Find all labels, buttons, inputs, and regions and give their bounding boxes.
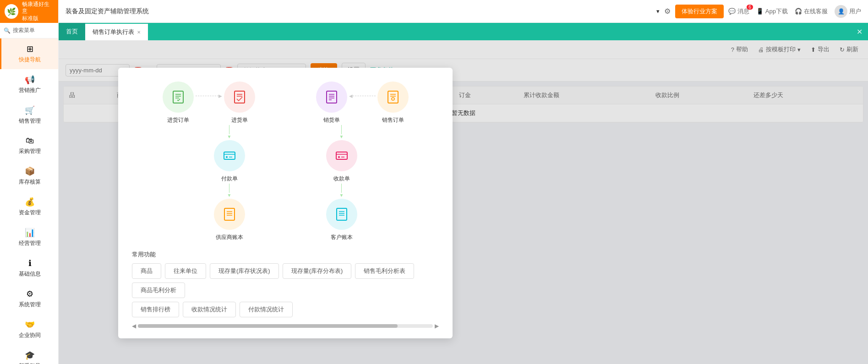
svg-rect-11: [224, 208, 235, 220]
message-icon: 💬: [728, 8, 736, 15]
customer-account-node[interactable]: 客户账本: [326, 199, 357, 241]
avatar: 👤: [835, 5, 847, 18]
marketing-icon: 📢: [25, 75, 35, 85]
topbar-right: 💬 消息 6 📱 App下载 🎧 在线客服 👤 用户: [728, 5, 861, 18]
common-btn-stock-dist[interactable]: 现存量(库存分布表): [283, 263, 352, 279]
scroll-right-arrow[interactable]: ▶: [435, 323, 439, 329]
logo-text: 畅康通好生意 标准版: [22, 1, 54, 22]
purchase-order-circle: [163, 81, 194, 113]
online-service-btn[interactable]: 🎧 在线客服: [795, 7, 828, 16]
sidebar-item-finance[interactable]: 💰 资金管理: [0, 191, 58, 222]
purchase-bill-node[interactable]: 进货单: [224, 81, 255, 124]
sidebar-item-operations[interactable]: 📊 经营管理: [0, 222, 58, 253]
tab-sales-order[interactable]: 销售订单执行表 ✕: [85, 23, 148, 40]
newbie-icon: 🎓: [25, 350, 35, 360]
svg-rect-15: [327, 91, 337, 103]
common-functions-section: 常用功能 商品 往来单位 现存量(库存状况表) 现存量(库存分布表) 销售毛利分…: [132, 250, 439, 317]
sale-bill-node[interactable]: 销货单: [316, 81, 347, 124]
sidebar-item-enterprise[interactable]: 🤝 企业协同: [0, 314, 58, 345]
main-area: 装备及固定资产辅助管理系统 ▾ ⚙ 体验行业方案 💬 消息 6 📱 App下载 …: [59, 0, 868, 364]
system-dropdown[interactable]: ▾: [656, 8, 660, 15]
purchase-bill-circle: [224, 81, 255, 113]
svg-rect-28: [337, 208, 347, 220]
sale-order-circle: [377, 81, 409, 113]
sidebar-item-sales[interactable]: 🛒 销售管理: [0, 100, 58, 130]
tab-home[interactable]: 首页: [59, 23, 85, 40]
sidebar-item-purchase[interactable]: 🛍 采购管理: [0, 130, 58, 161]
common-functions-title: 常用功能: [132, 250, 439, 259]
common-btn-sales-rank[interactable]: 销售排行榜: [132, 302, 179, 317]
sidebar-item-system[interactable]: ⚙ 系统管理: [0, 283, 58, 314]
common-btn-product[interactable]: 商品: [132, 263, 161, 279]
tabbar: 首页 销售订单执行表 ✕ ✕: [59, 23, 868, 40]
message-badge: 6: [747, 5, 753, 10]
flow-row-1: 进货订单 ▶ 进货单: [163, 81, 255, 124]
scroll-left-arrow[interactable]: ◀: [132, 323, 136, 329]
flow-left-col: 进货订单 ▶ 进货单: [163, 81, 255, 241]
svg-rect-4: [235, 91, 245, 103]
phone-icon: 📱: [756, 8, 764, 15]
common-btn-payment-stats[interactable]: 付款情况统计: [240, 302, 293, 317]
logo-icon: 🌿: [5, 4, 18, 19]
customer-account-circle: [326, 199, 357, 230]
common-btn-stock-status[interactable]: 现存量(库存状况表): [210, 263, 279, 279]
common-buttons-row1: 商品 往来单位 现存量(库存状况表) 现存量(库存分布表) 销售毛利分析表 商品…: [132, 263, 439, 298]
app-download-btn[interactable]: 📱 App下载: [756, 7, 788, 16]
sidebar-search[interactable]: 🔍 搜索菜单: [0, 23, 58, 38]
scroll-track: [138, 324, 433, 328]
scroll-thumb[interactable]: [138, 324, 398, 328]
topbar: 装备及固定资产辅助管理系统 ▾ ⚙ 体验行业方案 💬 消息 6 📱 App下载 …: [59, 0, 868, 23]
enterprise-icon: 🤝: [25, 320, 35, 330]
operations-icon: 📊: [25, 228, 35, 238]
service-icon: 🎧: [795, 8, 802, 15]
sidebar-item-newbie[interactable]: 🎓 新手引导: [0, 345, 58, 364]
message-btn[interactable]: 💬 消息 6: [728, 7, 749, 16]
system-name: 装备及固定资产辅助管理系统: [66, 7, 652, 16]
purchase-order-node[interactable]: 进货订单: [163, 81, 194, 124]
payment-bill-circle: [214, 140, 245, 171]
sidebar-item-basic-info[interactable]: ℹ 基础信息: [0, 253, 58, 283]
quick-nav-icon: ⊞: [27, 44, 33, 54]
close-all-tabs-btn[interactable]: ✕: [851, 27, 868, 36]
svg-rect-0: [173, 91, 183, 103]
sidebar-item-quick-nav[interactable]: ⊞ 快捷导航: [0, 38, 58, 69]
gear-icon[interactable]: ⚙: [664, 7, 671, 16]
sale-bill-circle: [316, 81, 347, 113]
supplier-account-node[interactable]: 供应商账本: [214, 199, 245, 241]
common-buttons-row2: 销售排行榜 收款情况统计 付款情况统计: [132, 302, 439, 317]
popup-scrollbar: ◀ ▶: [132, 323, 439, 329]
flow-row-r1: 销货单 ◀ 销售订单: [316, 81, 409, 124]
svg-point-23: [392, 98, 394, 100]
finance-icon: 💰: [25, 197, 35, 207]
sidebar-logo: 🌿 畅康通好生意 标准版: [0, 0, 58, 23]
flow-diagram: 进货订单 ▶ 进货单: [132, 81, 439, 241]
svg-rect-20: [388, 91, 398, 103]
svg-point-9: [226, 156, 228, 158]
receipt-bill-circle: [326, 140, 357, 171]
sidebar: 🌿 畅康通好生意 标准版 🔍 搜索菜单 ⊞ 快捷导航 📢 营销推广 🛒 销售管理: [0, 0, 59, 364]
sale-order-node[interactable]: 销售订单: [377, 81, 409, 124]
search-icon: 🔍: [4, 27, 11, 34]
sidebar-item-marketing[interactable]: 📢 营销推广: [0, 69, 58, 100]
sidebar-nav: ⊞ 快捷导航 📢 营销推广 🛒 销售管理 🛍 采购管理 📦 库存核算 💰: [0, 38, 58, 364]
content-area: ? 帮助 🖨 按模板打印 ▾ ⬆ 导出 ↻ 刷新: [59, 40, 868, 364]
svg-point-26: [338, 156, 340, 158]
common-btn-sales-margin[interactable]: 销售毛利分析表: [355, 263, 414, 279]
svg-rect-7: [224, 152, 235, 159]
svg-rect-24: [336, 152, 347, 159]
experience-btn[interactable]: 体验行业方案: [675, 5, 724, 18]
common-btn-partner[interactable]: 往来单位: [165, 263, 206, 279]
system-icon: ⚙: [26, 289, 33, 299]
flow-row-2: 付款单: [214, 140, 245, 183]
receipt-bill-node[interactable]: 收款单: [326, 140, 357, 183]
common-btn-receipt-stats[interactable]: 收款情况统计: [183, 302, 236, 317]
tab-close-icon[interactable]: ✕: [137, 30, 141, 35]
common-btn-product-margin[interactable]: 商品毛利分析: [132, 283, 185, 298]
inventory-icon: 📦: [25, 166, 35, 176]
payment-bill-node[interactable]: 付款单: [214, 140, 245, 183]
basic-info-icon: ℹ: [28, 258, 32, 268]
sales-icon: 🛒: [25, 105, 35, 115]
supplier-account-circle: [214, 199, 245, 230]
user-menu[interactable]: 👤 用户: [835, 5, 861, 18]
sidebar-item-inventory[interactable]: 📦 库存核算: [0, 161, 58, 191]
